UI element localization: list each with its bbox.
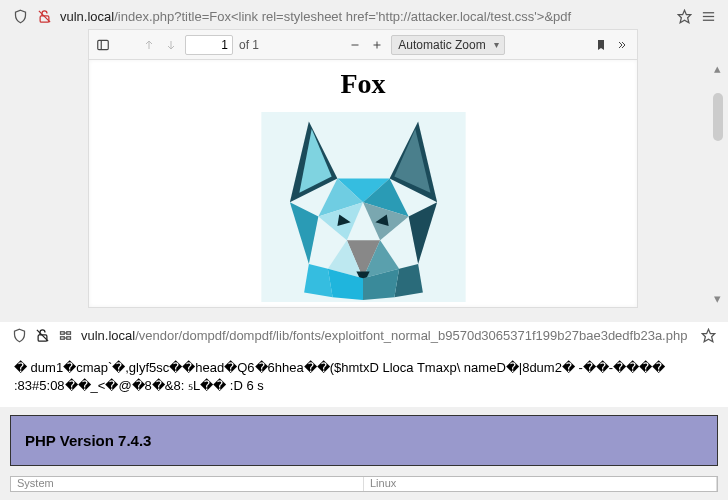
pdf-page: Fox: [88, 59, 638, 308]
svg-rect-6: [98, 40, 109, 49]
font-binary-dump: � dum1�cmap`�,glyf5sc��head�Q6�6hhea��($…: [0, 347, 728, 407]
browser-toolbar-2: vuln.local/vendor/dompdf/dompdf/lib/font…: [0, 322, 728, 347]
pdf-title: Fox: [89, 68, 637, 100]
zoom-select[interactable]: Automatic Zoom: [391, 35, 504, 55]
phpinfo-table: System Linux: [10, 476, 718, 492]
scroll-thumb[interactable]: [713, 93, 723, 141]
svg-rect-39: [61, 337, 65, 340]
scroll-up-icon[interactable]: ▴: [712, 63, 722, 73]
permissions-icon[interactable]: [58, 328, 73, 343]
url-host: vuln.local: [60, 9, 114, 24]
fox-image: [256, 112, 471, 302]
pdf-toolbar: of 1 Automatic Zoom: [88, 29, 638, 59]
svg-rect-38: [67, 332, 71, 335]
lock-insecure-icon[interactable]: [36, 8, 52, 24]
lock-insecure-icon[interactable]: [35, 328, 50, 343]
bookmark-star-icon[interactable]: [701, 328, 716, 343]
bookmark-icon[interactable]: [593, 37, 609, 53]
shield-icon[interactable]: [12, 328, 27, 343]
table-cell: Linux: [364, 477, 717, 491]
hamburger-menu-icon[interactable]: [700, 8, 716, 24]
shield-icon[interactable]: [12, 8, 28, 24]
php-version-label: PHP Version 7.4.3: [25, 432, 151, 449]
page-count-label: of 1: [239, 38, 259, 52]
sidebar-toggle-icon[interactable]: [95, 37, 111, 53]
bookmark-star-icon[interactable]: [676, 8, 692, 24]
url-path: /index.php?title=Fox<link rel=stylesheet…: [114, 9, 571, 24]
page-up-icon[interactable]: [141, 37, 157, 53]
zoom-in-icon[interactable]: [369, 37, 385, 53]
page-down-icon[interactable]: [163, 37, 179, 53]
pdf-viewer: of 1 Automatic Zoom ▴ ▾ Fox: [0, 29, 728, 308]
table-cell: System: [11, 477, 364, 491]
svg-marker-43: [702, 329, 715, 342]
zoom-out-icon[interactable]: [347, 37, 363, 53]
overflow-icon[interactable]: [615, 37, 631, 53]
phpinfo-header: PHP Version 7.4.3: [10, 415, 718, 466]
url-bar-2[interactable]: vuln.local/vendor/dompdf/dompdf/lib/font…: [81, 328, 693, 343]
svg-marker-2: [678, 10, 691, 23]
svg-rect-37: [61, 332, 65, 335]
zoom-select-label: Automatic Zoom: [398, 38, 485, 52]
dump-line: :83#5:08��_<�@�8�&8: ₅L�� :D 6 s: [14, 377, 714, 395]
browser-toolbar-1: vuln.local/index.php?title=Fox<link rel=…: [0, 0, 728, 29]
page-number-input[interactable]: [185, 35, 233, 55]
svg-rect-40: [67, 337, 71, 340]
url-host: vuln.local: [81, 328, 135, 343]
url-bar-1[interactable]: vuln.local/index.php?title=Fox<link rel=…: [60, 9, 668, 24]
dump-line: � dum1�cmap`�,glyf5sc��head�Q6�6hhea��($…: [14, 359, 714, 377]
url-path: /vendor/dompdf/dompdf/lib/fonts/exploitf…: [135, 328, 687, 343]
scroll-down-icon[interactable]: ▾: [712, 293, 722, 303]
